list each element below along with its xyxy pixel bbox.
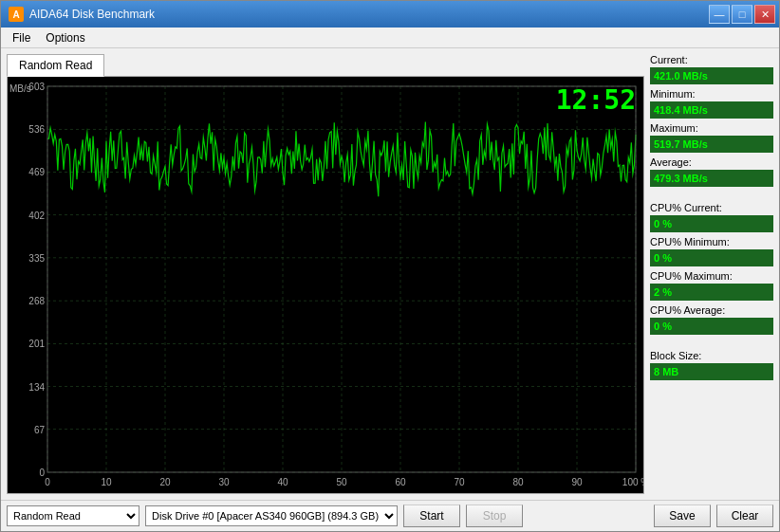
stat-cpu-minimum: CPU% Minimum: 0 %	[650, 236, 773, 266]
stat-cpu-average: CPU% Average: 0 %	[650, 304, 773, 335]
cpu-average-label: CPU% Average:	[650, 304, 773, 316]
minimum-label: Minimum:	[650, 88, 773, 100]
maximize-button[interactable]: □	[732, 5, 752, 24]
left-panel: Random Read 12:52	[7, 54, 644, 494]
main-window: A AIDA64 Disk Benchmark — □ ✕ File Optio…	[0, 0, 780, 532]
stop-button[interactable]: Stop	[466, 504, 523, 527]
current-value: 421.0 MB/s	[650, 67, 773, 84]
close-button[interactable]: ✕	[754, 5, 775, 24]
average-value: 479.3 MB/s	[650, 170, 773, 187]
bottom-controls: Random Read Disk Drive #0 [Apacer AS340 …	[1, 500, 779, 531]
options-menu[interactable]: Options	[38, 29, 92, 46]
cpu-minimum-label: CPU% Minimum:	[650, 236, 773, 248]
chart-area: 12:52	[7, 76, 644, 494]
drive-dropdown[interactable]: Disk Drive #0 [Apacer AS340 960GB] (894.…	[145, 505, 398, 526]
tab-random-read[interactable]: Random Read	[7, 54, 104, 77]
block-size-value: 8 MB	[650, 363, 773, 380]
save-button[interactable]: Save	[654, 504, 711, 527]
stats-panel: Current: 421.0 MB/s Minimum: 418.4 MB/s …	[650, 54, 773, 494]
window-title: AIDA64 Disk Benchmark	[29, 8, 155, 21]
cpu-current-value: 0 %	[650, 215, 773, 232]
cpu-maximum-value: 2 %	[650, 284, 773, 301]
chart-time: 12:52	[556, 84, 636, 116]
clear-button[interactable]: Clear	[716, 504, 773, 527]
cpu-current-label: CPU% Current:	[650, 202, 773, 213]
stat-current: Current: 421.0 MB/s	[650, 54, 773, 84]
start-button[interactable]: Start	[403, 504, 460, 527]
main-content: Random Read 12:52 Current: 421.0 MB/s Mi…	[1, 48, 779, 500]
maximum-value: 519.7 MB/s	[650, 136, 773, 153]
test-type-dropdown[interactable]: Random Read	[7, 505, 139, 526]
menu-bar: File Options	[1, 28, 779, 48]
cpu-average-value: 0 %	[650, 318, 773, 335]
app-icon: A	[9, 7, 24, 22]
stat-minimum: Minimum: 418.4 MB/s	[650, 88, 773, 119]
stat-average: Average: 479.3 MB/s	[650, 156, 773, 187]
average-label: Average:	[650, 156, 773, 168]
block-size-label: Block Size:	[650, 350, 773, 361]
minimize-button[interactable]: —	[709, 5, 730, 24]
tab-bar: Random Read	[7, 54, 644, 77]
cpu-minimum-value: 0 %	[650, 249, 773, 266]
stat-block-size: Block Size: 8 MB	[650, 350, 773, 380]
current-label: Current:	[650, 54, 773, 65]
file-menu[interactable]: File	[5, 29, 38, 46]
stat-cpu-current: CPU% Current: 0 %	[650, 202, 773, 232]
title-bar: A AIDA64 Disk Benchmark — □ ✕	[1, 1, 779, 28]
benchmark-chart	[8, 77, 643, 493]
stat-cpu-maximum: CPU% Maximum: 2 %	[650, 270, 773, 301]
maximum-label: Maximum:	[650, 122, 773, 134]
stat-maximum: Maximum: 519.7 MB/s	[650, 122, 773, 153]
minimum-value: 418.4 MB/s	[650, 101, 773, 119]
cpu-maximum-label: CPU% Maximum:	[650, 270, 773, 282]
